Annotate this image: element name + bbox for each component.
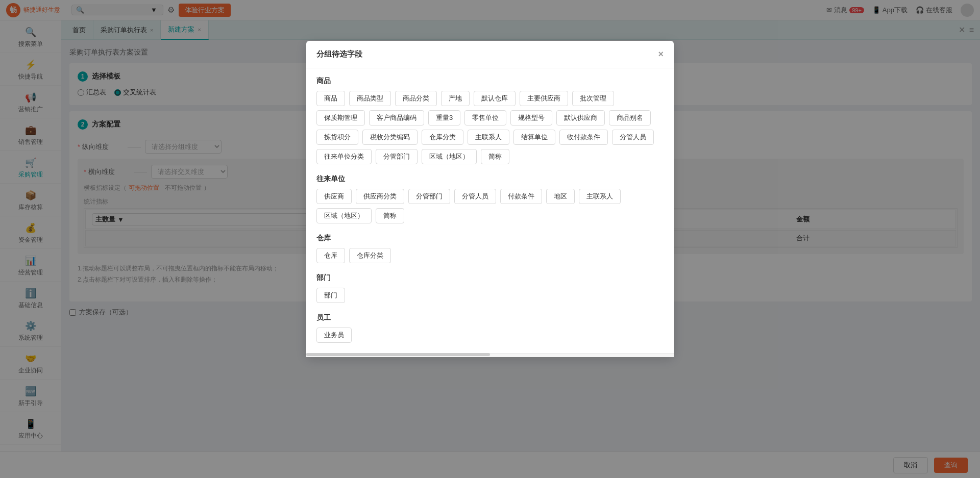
field-tag[interactable]: 供应商分类 [356,189,404,204]
section-staff: 员工 业务员 [316,313,664,343]
section-staff-title: 员工 [316,313,664,322]
field-tag[interactable]: 供应商 [316,189,352,204]
field-tag[interactable]: 分管部门 [408,189,450,204]
modal-title: 分组待选字段 [316,49,362,59]
field-tag[interactable]: 商品类型 [349,91,391,106]
field-tag[interactable]: 商品分类 [395,91,437,106]
field-tag[interactable]: 主要供应商 [520,91,568,106]
section-product-title: 商品 [316,77,664,86]
field-tag[interactable]: 收付款条件 [559,130,608,145]
section-counterparty-title: 往来单位 [316,174,664,184]
field-tag[interactable]: 付款条件 [500,189,542,204]
product-tags: 商品 商品类型 商品分类 产地 默认仓库 主要供应商 批次管理 保质期管理 客户… [316,91,664,164]
field-tag[interactable]: 简称 [481,149,509,164]
section-warehouse: 仓库 仓库 仓库分类 [316,234,664,263]
field-tag[interactable]: 业务员 [316,328,352,343]
field-tag[interactable]: 仓库分类 [422,130,463,145]
field-tag[interactable]: 结算单位 [513,130,555,145]
warehouse-tags: 仓库 仓库分类 [316,248,664,263]
counterparty-tags: 供应商 供应商分类 分管部门 分管人员 付款条件 地区 主联系人 区域（地区） … [316,189,664,223]
modal-overlay: 分组待选字段 × 商品 商品 商品类型 商品分类 产地 默认仓库 主要供应商 批… [0,0,980,478]
field-tag[interactable]: 商品别名 [609,110,651,125]
section-dept-title: 部门 [316,273,664,283]
field-tag[interactable]: 拣货积分 [316,130,358,145]
field-tag[interactable]: 默认仓库 [474,91,516,106]
section-dept: 部门 部门 [316,273,664,303]
field-tag[interactable]: 商品 [316,91,345,106]
field-tag[interactable]: 区域（地区） [316,208,372,223]
section-warehouse-title: 仓库 [316,234,664,243]
modal-close-button[interactable]: × [658,49,664,60]
modal-header: 分组待选字段 × [306,41,674,68]
field-tag[interactable]: 部门 [316,288,345,303]
field-tag[interactable]: 规格型号 [510,110,552,125]
field-tag[interactable]: 税收分类编码 [362,130,418,145]
field-tag[interactable]: 主联系人 [468,130,509,145]
staff-tags: 业务员 [316,328,664,343]
hscrollbar-thumb[interactable] [306,353,490,356]
field-tag[interactable]: 重量3 [428,110,460,125]
modal-hscrollbar[interactable] [306,353,674,357]
field-tag[interactable]: 零售单位 [464,110,506,125]
field-tag[interactable]: 默认供应商 [556,110,605,125]
field-tag[interactable]: 区域（地区） [422,149,477,164]
field-tag[interactable]: 保质期管理 [316,110,365,125]
modal-body: 商品 商品 商品类型 商品分类 产地 默认仓库 主要供应商 批次管理 保质期管理… [306,68,674,353]
field-tag[interactable]: 仓库分类 [349,248,391,263]
section-product: 商品 商品 商品类型 商品分类 产地 默认仓库 主要供应商 批次管理 保质期管理… [316,77,664,164]
section-counterparty: 往来单位 供应商 供应商分类 分管部门 分管人员 付款条件 地区 主联系人 区域… [316,174,664,223]
field-tag[interactable]: 分管部门 [376,149,418,164]
field-tag[interactable]: 仓库 [316,248,345,263]
field-tag[interactable]: 主联系人 [579,189,621,204]
field-tag[interactable]: 简称 [376,208,404,223]
field-tag[interactable]: 往来单位分类 [316,149,372,164]
field-tag[interactable]: 产地 [441,91,470,106]
field-tag[interactable]: 分管人员 [454,189,496,204]
field-tag[interactable]: 批次管理 [572,91,614,106]
field-tag[interactable]: 分管人员 [612,130,654,145]
field-tag[interactable]: 地区 [546,189,575,204]
modal: 分组待选字段 × 商品 商品 商品类型 商品分类 产地 默认仓库 主要供应商 批… [306,41,674,357]
field-tag[interactable]: 客户商品编码 [369,110,424,125]
dept-tags: 部门 [316,288,664,303]
